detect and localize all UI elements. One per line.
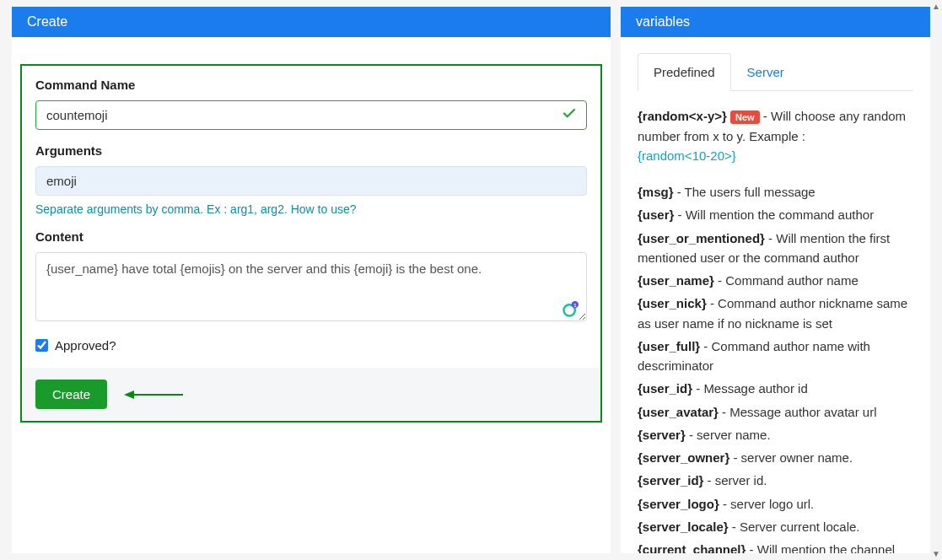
approved-row[interactable]: Approved? xyxy=(35,338,587,353)
variable-item: {user_or_mentioned} - Will mention the f… xyxy=(638,229,913,268)
command-name-label: Command Name xyxy=(35,78,587,92)
var-desc: - server name. xyxy=(686,428,771,442)
tab-server[interactable]: Server xyxy=(731,53,800,91)
var-desc: - server owner name. xyxy=(729,450,853,465)
var-desc: - server logo url. xyxy=(719,497,815,511)
content-label: Content xyxy=(35,229,587,244)
var-key: {user_full} xyxy=(638,339,700,353)
var-desc: - Command author name xyxy=(714,273,859,288)
create-form: Command Name Arguments Separate argument… xyxy=(20,64,602,423)
command-name-input[interactable] xyxy=(35,100,587,130)
tab-predefined[interactable]: Predefined xyxy=(638,53,731,91)
var-desc: - Will mention the command author xyxy=(674,207,874,222)
approved-checkbox[interactable] xyxy=(35,339,48,352)
arguments-helper: Separate arguments by comma. Ex : arg1, … xyxy=(35,202,587,216)
variable-item: {current_channel} - Will mention the cha… xyxy=(638,540,913,553)
content-textarea[interactable] xyxy=(35,252,587,321)
arguments-helper-text: Separate arguments by comma. Ex : arg1, … xyxy=(35,202,291,216)
scroll-up-icon[interactable]: ▲ xyxy=(932,2,940,11)
variable-item: {user_full} - Command author name with d… xyxy=(638,337,913,376)
page-scrollbar[interactable]: ▲ ▼ xyxy=(930,0,942,560)
arguments-label: Arguments xyxy=(35,143,587,158)
create-panel: Create Command Name Arguments xyxy=(12,7,611,553)
var-desc: - Message author id xyxy=(692,381,808,396)
create-header: Create xyxy=(12,7,611,37)
var-key: {user_id} xyxy=(638,381,692,396)
variable-item: {server_logo} - server logo url. xyxy=(638,494,913,514)
var-desc: - server id. xyxy=(703,473,767,487)
var-key: {server_logo} xyxy=(638,497,719,511)
variable-item: {server_owner} - server owner name. xyxy=(638,448,913,467)
var-key: {user_nick} xyxy=(638,296,707,310)
svg-marker-4 xyxy=(124,390,134,399)
var-desc: - Message author avatar url xyxy=(719,405,877,419)
var-key: {server_locale} xyxy=(638,520,729,534)
variable-item: {user_name} - Command author name xyxy=(638,271,913,290)
random-example-link[interactable]: {random<10-20>} xyxy=(638,148,736,163)
var-key-random: {random<x-y>} xyxy=(638,109,727,123)
variable-item: {msg} - The users full message xyxy=(638,182,913,202)
var-key: {user_name} xyxy=(638,273,714,288)
grammarly-icon[interactable]: 1 xyxy=(562,301,579,318)
variable-item: {server_id} - server id. xyxy=(638,471,913,490)
var-key: {server_id} xyxy=(638,473,703,487)
var-desc: - Server current locale. xyxy=(729,520,860,534)
variable-item: {user_id} - Message author id xyxy=(638,379,913,398)
var-key: {user} xyxy=(638,207,674,222)
variables-header: variables xyxy=(621,7,930,37)
approved-label: Approved? xyxy=(55,338,116,353)
var-desc: - The users full message xyxy=(674,185,816,199)
variable-item: {user_nick} - Command author nickname sa… xyxy=(638,293,913,333)
form-footer: Create xyxy=(22,368,600,421)
variable-random: {random<x-y>} New - Will choose any rand… xyxy=(638,106,913,165)
variable-item: {user_avatar} - Message author avatar ur… xyxy=(638,402,913,422)
variable-item: {server_locale} - Server current locale. xyxy=(638,517,913,536)
how-to-use-link[interactable]: How to use? xyxy=(291,202,357,216)
var-key: {server_owner} xyxy=(638,450,729,465)
variable-item: {user} - Will mention the command author xyxy=(638,205,913,224)
annotation-arrow-icon xyxy=(124,389,183,401)
var-key: {msg} xyxy=(638,185,674,199)
variables-tabs: Predefined Server xyxy=(638,52,913,91)
scroll-down-icon[interactable]: ▼ xyxy=(932,549,940,558)
var-key: {user_avatar} xyxy=(638,405,719,419)
variables-list: {msg} - The users full message{user} - W… xyxy=(638,182,913,553)
var-key: {current_channel} xyxy=(638,542,746,553)
new-badge: New xyxy=(730,110,760,124)
arguments-input[interactable] xyxy=(35,166,587,196)
variables-panel: variables Predefined Server {random<x-y>… xyxy=(621,7,930,553)
var-key: {server} xyxy=(638,428,686,442)
variable-item: {server} - server name. xyxy=(638,425,913,444)
var-key: {user_or_mentioned} xyxy=(638,231,765,245)
create-button[interactable]: Create xyxy=(35,380,107,409)
